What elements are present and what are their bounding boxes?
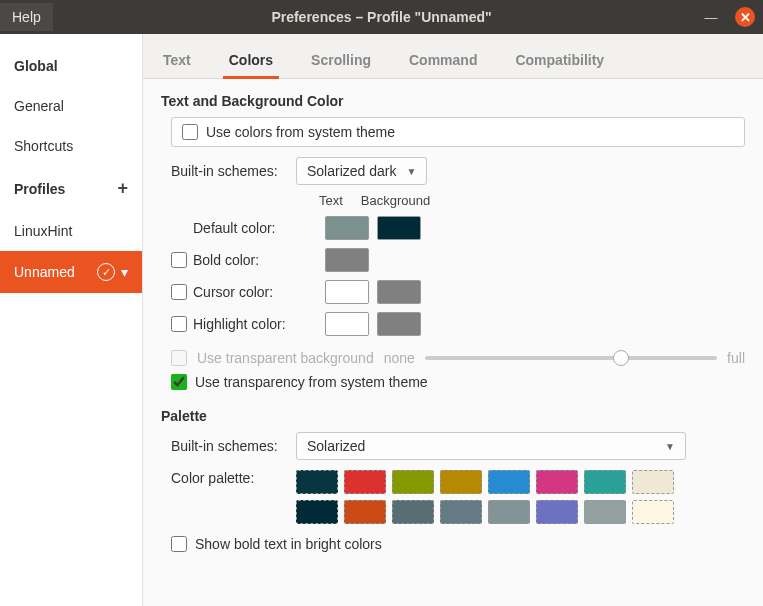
profile-menu-caret-icon[interactable]: ▾ (121, 264, 128, 280)
builtin-scheme-value: Solarized dark (307, 163, 397, 179)
palette-color-0[interactable] (296, 470, 338, 494)
section-text-bg-title: Text and Background Color (161, 93, 745, 109)
palette-color-7[interactable] (632, 470, 674, 494)
minimize-icon[interactable]: — (701, 7, 721, 27)
palette-color-4[interactable] (488, 470, 530, 494)
active-profile-check-icon: ✓ (97, 263, 115, 281)
palette-color-12[interactable] (488, 500, 530, 524)
palette-color-10[interactable] (392, 500, 434, 524)
window-title: Preferences – Profile "Unnamed" (271, 9, 491, 25)
section-palette-title: Palette (161, 408, 745, 424)
default-color-label: Default color: (193, 220, 325, 236)
palette-color-13[interactable] (536, 500, 578, 524)
transparent-bg-label: Use transparent background (197, 350, 374, 366)
palette-color-2[interactable] (392, 470, 434, 494)
sidebar-profile-unnamed[interactable]: Unnamed ✓ ▾ (0, 251, 142, 293)
highlight-color-label: Highlight color: (193, 316, 325, 332)
transparent-bg-checkbox (171, 350, 187, 366)
sidebar: Global General Shortcuts Profiles + Linu… (0, 34, 143, 606)
palette-color-8[interactable] (296, 500, 338, 524)
use-system-colors-checkbox[interactable]: Use colors from system theme (171, 117, 745, 147)
palette-scheme-dropdown[interactable]: Solarized ▼ (296, 432, 686, 460)
default-bg-color-button[interactable] (377, 216, 421, 240)
palette-scheme-value: Solarized (307, 438, 365, 454)
menu-help[interactable]: Help (0, 3, 53, 31)
use-system-colors-label: Use colors from system theme (206, 124, 395, 140)
tab-compatibility[interactable]: Compatibility (511, 46, 608, 78)
highlight-color-checkbox[interactable] (171, 316, 187, 332)
tab-command[interactable]: Command (405, 46, 481, 78)
sidebar-profiles-label: Profiles (14, 181, 65, 197)
close-icon[interactable]: ✕ (735, 7, 755, 27)
bold-color-button[interactable] (325, 248, 369, 272)
chevron-down-icon: ▼ (407, 166, 417, 177)
cursor-fg-color-button[interactable] (325, 280, 369, 304)
tab-text[interactable]: Text (159, 46, 195, 78)
sidebar-global[interactable]: Global (0, 46, 142, 86)
tab-bar: Text Colors Scrolling Command Compatibil… (143, 34, 763, 79)
title-bar: Help Preferences – Profile "Unnamed" — ✕ (0, 0, 763, 34)
palette-color-14[interactable] (584, 500, 626, 524)
slider-full-label: full (727, 350, 745, 366)
add-profile-icon[interactable]: + (117, 178, 128, 199)
cursor-bg-color-button[interactable] (377, 280, 421, 304)
palette-grid (296, 470, 696, 524)
bold-color-checkbox[interactable] (171, 252, 187, 268)
palette-color-5[interactable] (536, 470, 578, 494)
slider-thumb (613, 350, 629, 366)
use-system-transparency-label: Use transparency from system theme (195, 374, 428, 390)
sidebar-general[interactable]: General (0, 86, 142, 126)
palette-builtin-label: Built-in schemes: (171, 438, 296, 454)
palette-color-15[interactable] (632, 500, 674, 524)
slider-none-label: none (384, 350, 415, 366)
builtin-schemes-label: Built-in schemes: (171, 163, 296, 179)
chevron-down-icon: ▼ (665, 441, 675, 452)
default-text-color-button[interactable] (325, 216, 369, 240)
tab-scrolling[interactable]: Scrolling (307, 46, 375, 78)
palette-color-11[interactable] (440, 500, 482, 524)
transparency-slider (425, 356, 717, 360)
sidebar-profile-linuxhint[interactable]: LinuxHint (0, 211, 142, 251)
cursor-color-checkbox[interactable] (171, 284, 187, 300)
palette-color-3[interactable] (440, 470, 482, 494)
tab-colors[interactable]: Colors (225, 46, 277, 78)
bold-color-label: Bold color: (193, 252, 325, 268)
builtin-scheme-dropdown[interactable]: Solarized dark ▼ (296, 157, 427, 185)
highlight-bg-color-button[interactable] (377, 312, 421, 336)
column-text-header: Text (319, 193, 343, 208)
sidebar-shortcuts[interactable]: Shortcuts (0, 126, 142, 166)
use-system-transparency-checkbox[interactable] (171, 374, 187, 390)
show-bold-bright-checkbox[interactable] (171, 536, 187, 552)
show-bold-bright-label: Show bold text in bright colors (195, 536, 382, 552)
palette-color-1[interactable] (344, 470, 386, 494)
highlight-fg-color-button[interactable] (325, 312, 369, 336)
color-palette-label: Color palette: (171, 470, 296, 486)
palette-color-9[interactable] (344, 500, 386, 524)
sidebar-profile-unnamed-label: Unnamed (14, 264, 75, 280)
use-system-colors-input[interactable] (182, 124, 198, 140)
cursor-color-label: Cursor color: (193, 284, 325, 300)
sidebar-profiles-header[interactable]: Profiles + (0, 166, 142, 211)
palette-color-6[interactable] (584, 470, 626, 494)
column-bg-header: Background (361, 193, 430, 208)
